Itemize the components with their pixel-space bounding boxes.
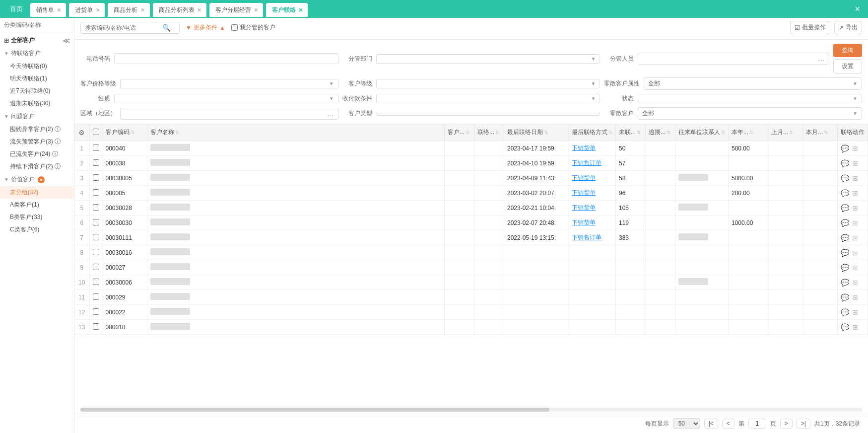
sort-icon[interactable]: ⇅ — [721, 130, 725, 135]
ellipsis-icon[interactable]: … — [818, 55, 825, 63]
sort-icon[interactable]: ⇅ — [466, 130, 469, 135]
sidebar-section-value[interactable]: ▼ 价值客户 ● — [0, 173, 74, 186]
row-check[interactable] — [89, 201, 102, 216]
tab-product-analysis[interactable]: 商品分析 × — [108, 3, 149, 17]
comment-icon[interactable]: 💬 — [841, 189, 849, 197]
row-checkbox[interactable] — [93, 264, 99, 270]
sort-icon[interactable]: ⇅ — [637, 130, 641, 135]
last-way-link[interactable]: 下销货单 — [572, 219, 596, 226]
tab-customer-segment[interactable]: 客户分层经营 × — [209, 3, 263, 17]
row-last-way[interactable] — [569, 305, 616, 320]
page-input[interactable] — [748, 419, 766, 429]
grid-action-icon[interactable]: ⊞ — [852, 279, 858, 287]
row-name[interactable] — [147, 141, 445, 156]
sort-icon[interactable]: ⇅ — [131, 130, 134, 135]
row-name[interactable] — [147, 216, 445, 230]
sort-icon[interactable]: ⇅ — [608, 130, 612, 135]
sidebar-item-ungroup[interactable]: 未分组(32) — [0, 186, 74, 199]
sidebar-section-pending[interactable]: ▼ 待联络客户 — [0, 47, 74, 60]
filter-nature-select[interactable]: ▼ — [114, 94, 338, 103]
row-name[interactable] — [147, 201, 445, 216]
grid-action-icon[interactable]: ⊞ — [852, 323, 858, 331]
row-checkbox[interactable] — [93, 308, 99, 315]
close-icon[interactable]: × — [57, 6, 61, 13]
export-button[interactable]: ↗ 导出 — [834, 21, 862, 34]
tab-sales-order[interactable]: 销售单 × — [30, 3, 66, 17]
row-name[interactable] — [147, 186, 445, 201]
row-check[interactable] — [89, 275, 102, 290]
row-checkbox[interactable] — [93, 144, 99, 151]
row-last-way[interactable]: 下销货单 — [569, 186, 616, 201]
horizontal-scrollbar[interactable] — [74, 406, 868, 414]
row-checkbox[interactable] — [93, 279, 99, 285]
scroll-track[interactable] — [80, 408, 862, 412]
row-last-way[interactable] — [569, 275, 616, 290]
my-customers-checkbox[interactable]: 我分管的客户 — [231, 23, 275, 32]
grid-action-icon[interactable]: ⊞ — [852, 264, 858, 272]
sidebar-item-overdue[interactable]: 逾期未联络(30) — [0, 97, 74, 110]
row-check[interactable] — [89, 141, 102, 156]
row-last-way[interactable]: 下销货单 — [569, 171, 616, 186]
tab-purchase-order[interactable]: 进货单 × — [69, 3, 105, 17]
comment-icon[interactable]: 💬 — [841, 204, 849, 212]
prev-page-button[interactable]: < — [722, 419, 734, 429]
row-check[interactable] — [89, 320, 102, 335]
row-check[interactable] — [89, 216, 102, 230]
comment-icon[interactable]: 💬 — [841, 249, 849, 257]
grid-action-icon[interactable]: ⊞ — [852, 189, 858, 197]
search-input[interactable] — [85, 24, 159, 31]
row-check[interactable] — [89, 171, 102, 186]
sidebar-item-tomorrow[interactable]: 明天待联络(1) — [0, 72, 74, 85]
comment-icon[interactable]: 💬 — [841, 234, 849, 242]
filter-customer-level-select[interactable]: ▼ — [376, 79, 601, 88]
filter-person-select[interactable]: … — [638, 53, 829, 65]
filter-phone-input[interactable] — [114, 53, 338, 64]
row-name[interactable] — [147, 171, 445, 186]
row-checkbox[interactable] — [93, 249, 99, 255]
grid-action-icon[interactable]: ⊞ — [852, 159, 858, 167]
close-icon[interactable]: × — [96, 6, 100, 13]
row-check[interactable] — [89, 156, 102, 171]
grid-action-icon[interactable]: ⊞ — [852, 293, 858, 301]
close-icon[interactable]: × — [254, 6, 258, 13]
last-way-link[interactable]: 下销货单 — [572, 174, 596, 181]
row-name[interactable] — [147, 245, 445, 260]
row-last-way[interactable] — [569, 290, 616, 305]
grid-action-icon[interactable]: ⊞ — [852, 308, 858, 316]
scroll-thumb[interactable] — [80, 408, 549, 412]
collapse-icon[interactable]: ≪ — [63, 37, 70, 45]
filter-price-level-select[interactable]: ▼ — [120, 79, 338, 88]
filter-retail-customer-select[interactable]: 全部 ▼ — [638, 107, 862, 120]
settings-icon[interactable]: ⚙ — [78, 129, 85, 137]
tab-product-analysis-list[interactable]: 商品分析列表 × — [153, 3, 206, 17]
search-icon[interactable]: 🔍 — [162, 24, 171, 32]
row-checkbox[interactable] — [93, 159, 99, 166]
comment-icon[interactable]: 💬 — [841, 159, 849, 167]
row-checkbox[interactable] — [93, 234, 99, 240]
row-checkbox[interactable] — [93, 293, 99, 300]
grid-action-icon[interactable]: ⊞ — [852, 174, 858, 182]
sort-icon[interactable]: ⇅ — [175, 130, 179, 135]
sidebar-item-7days[interactable]: 近7天待联络(0) — [0, 85, 74, 97]
row-last-way[interactable] — [569, 245, 616, 260]
row-last-way[interactable]: 下销货单 — [569, 201, 616, 216]
row-checkbox[interactable] — [93, 189, 99, 196]
row-check[interactable] — [89, 305, 102, 320]
row-name[interactable] — [147, 230, 445, 245]
row-name[interactable] — [147, 260, 445, 275]
row-last-way[interactable]: 下销售订单 — [569, 156, 616, 171]
last-way-link[interactable]: 下销货单 — [572, 204, 596, 211]
sidebar-item-today[interactable]: 今天待联络(0) — [0, 60, 74, 72]
comment-icon[interactable]: 💬 — [841, 293, 849, 301]
window-close-button[interactable]: × — [851, 4, 864, 14]
tab-customer-contact[interactable]: 客户联络 × — [266, 3, 308, 17]
row-last-way[interactable]: 下销货单 — [569, 216, 616, 230]
row-check[interactable] — [89, 186, 102, 201]
row-last-way[interactable] — [569, 320, 616, 335]
row-name[interactable] — [147, 290, 445, 305]
comment-icon[interactable]: 💬 — [841, 219, 849, 227]
row-checkbox[interactable] — [93, 204, 99, 211]
filter-customer-type-select[interactable] — [376, 112, 601, 116]
last-page-button[interactable]: >| — [797, 419, 810, 429]
row-check[interactable] — [89, 260, 102, 275]
